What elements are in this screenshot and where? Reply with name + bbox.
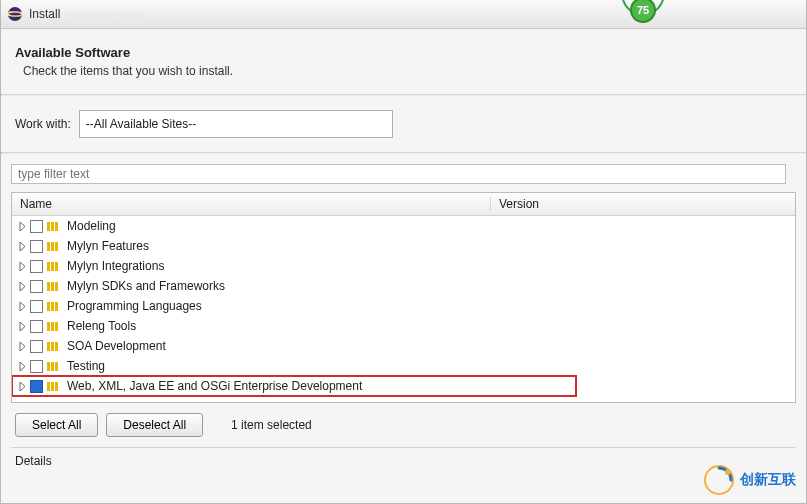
- table-row[interactable]: Mylyn SDKs and Frameworks: [12, 276, 795, 296]
- column-name[interactable]: Name: [12, 197, 491, 211]
- row-checkbox[interactable]: [30, 300, 43, 313]
- buttons-row: Select All Deselect All 1 item selected: [1, 403, 806, 447]
- selected-count-text: 1 item selected: [231, 418, 312, 432]
- svg-rect-14: [51, 282, 54, 291]
- table-header: Name Version: [12, 193, 795, 216]
- row-checkbox[interactable]: [30, 280, 43, 293]
- details-section-header: Details: [11, 447, 796, 474]
- expand-icon[interactable]: [16, 220, 28, 232]
- feature-icon: [47, 361, 63, 372]
- row-checkbox[interactable]: [30, 360, 43, 373]
- table-row[interactable]: Modeling: [12, 216, 795, 236]
- svg-rect-17: [51, 302, 54, 311]
- svg-rect-19: [47, 322, 50, 331]
- svg-rect-5: [51, 222, 54, 231]
- svg-rect-8: [51, 242, 54, 251]
- feature-icon: [47, 221, 63, 232]
- svg-rect-24: [55, 342, 58, 351]
- svg-rect-11: [51, 262, 54, 271]
- work-with-combo[interactable]: --All Available Sites--: [79, 110, 393, 138]
- svg-rect-26: [51, 362, 54, 371]
- watermark: 创新互联: [704, 465, 796, 495]
- svg-rect-18: [55, 302, 58, 311]
- row-label: Mylyn SDKs and Frameworks: [67, 279, 225, 293]
- titlebar[interactable]: Install ··············· ········ 75: [1, 0, 806, 29]
- window-title: Install: [29, 7, 60, 21]
- deselect-all-button[interactable]: Deselect All: [106, 413, 203, 437]
- row-label: Modeling: [67, 219, 116, 233]
- svg-point-0: [8, 7, 22, 21]
- feature-icon: [47, 241, 63, 252]
- svg-rect-15: [55, 282, 58, 291]
- row-label: SOA Development: [67, 339, 166, 353]
- work-with-value: --All Available Sites--: [86, 117, 196, 131]
- table-row[interactable]: Mylyn Integrations: [12, 256, 795, 276]
- svg-rect-13: [47, 282, 50, 291]
- svg-rect-27: [55, 362, 58, 371]
- svg-rect-10: [47, 262, 50, 271]
- table-row[interactable]: Web, XML, Java EE and OSGi Enterprise De…: [12, 376, 576, 396]
- work-with-row: Work with: --All Available Sites--: [1, 96, 806, 152]
- table-row[interactable]: Mylyn Features: [12, 236, 795, 256]
- work-with-label: Work with:: [15, 117, 71, 131]
- feature-icon: [47, 381, 63, 392]
- dialog-header: Available Software Check the items that …: [1, 45, 806, 94]
- row-label: Web, XML, Java EE and OSGi Enterprise De…: [67, 379, 362, 393]
- svg-rect-22: [47, 342, 50, 351]
- row-checkbox[interactable]: [30, 260, 43, 273]
- divider: [1, 152, 806, 154]
- table-row[interactable]: Releng Tools: [12, 316, 795, 336]
- row-checkbox[interactable]: [30, 320, 43, 333]
- software-table: Name Version Modeling Mylyn Features Myl…: [11, 192, 796, 403]
- feature-icon: [47, 321, 63, 332]
- svg-rect-28: [47, 382, 50, 391]
- svg-rect-7: [47, 242, 50, 251]
- row-checkbox[interactable]: [30, 380, 43, 393]
- expand-icon[interactable]: [16, 240, 28, 252]
- svg-rect-6: [55, 222, 58, 231]
- select-all-button[interactable]: Select All: [15, 413, 98, 437]
- expand-icon[interactable]: [16, 280, 28, 292]
- svg-rect-9: [55, 242, 58, 251]
- row-checkbox[interactable]: [30, 340, 43, 353]
- column-version[interactable]: Version: [491, 197, 795, 211]
- svg-rect-16: [47, 302, 50, 311]
- svg-rect-25: [47, 362, 50, 371]
- row-label: Mylyn Features: [67, 239, 149, 253]
- svg-rect-23: [51, 342, 54, 351]
- svg-rect-29: [51, 382, 54, 391]
- row-label: Programming Languages: [67, 299, 202, 313]
- expand-icon[interactable]: [16, 380, 28, 392]
- progress-badge: 75: [620, 0, 666, 28]
- row-checkbox[interactable]: [30, 220, 43, 233]
- expand-icon[interactable]: [16, 340, 28, 352]
- titlebar-blur: ··············· ········: [66, 7, 146, 21]
- table-row[interactable]: Programming Languages: [12, 296, 795, 316]
- feature-icon: [47, 281, 63, 292]
- row-label: Testing: [67, 359, 105, 373]
- table-body: Modeling Mylyn Features Mylyn Integratio…: [12, 216, 795, 402]
- install-dialog: Install ··············· ········ 75 Avai…: [0, 0, 807, 504]
- feature-icon: [47, 261, 63, 272]
- page-title: Available Software: [15, 45, 792, 60]
- svg-rect-30: [55, 382, 58, 391]
- table-row[interactable]: SOA Development: [12, 336, 795, 356]
- table-row[interactable]: Testing: [12, 356, 795, 376]
- expand-icon[interactable]: [16, 300, 28, 312]
- expand-icon[interactable]: [16, 260, 28, 272]
- svg-rect-4: [47, 222, 50, 231]
- svg-rect-20: [51, 322, 54, 331]
- row-label: Mylyn Integrations: [67, 259, 164, 273]
- expand-icon[interactable]: [16, 360, 28, 372]
- row-label: Releng Tools: [67, 319, 136, 333]
- row-checkbox[interactable]: [30, 240, 43, 253]
- watermark-text: 创新互联: [740, 471, 796, 489]
- badge-number: 75: [637, 4, 649, 16]
- page-subtitle: Check the items that you wish to install…: [23, 64, 792, 78]
- feature-icon: [47, 301, 63, 312]
- svg-rect-21: [55, 322, 58, 331]
- feature-icon: [47, 341, 63, 352]
- filter-input[interactable]: [11, 164, 786, 184]
- expand-icon[interactable]: [16, 320, 28, 332]
- watermark-icon: [704, 465, 734, 495]
